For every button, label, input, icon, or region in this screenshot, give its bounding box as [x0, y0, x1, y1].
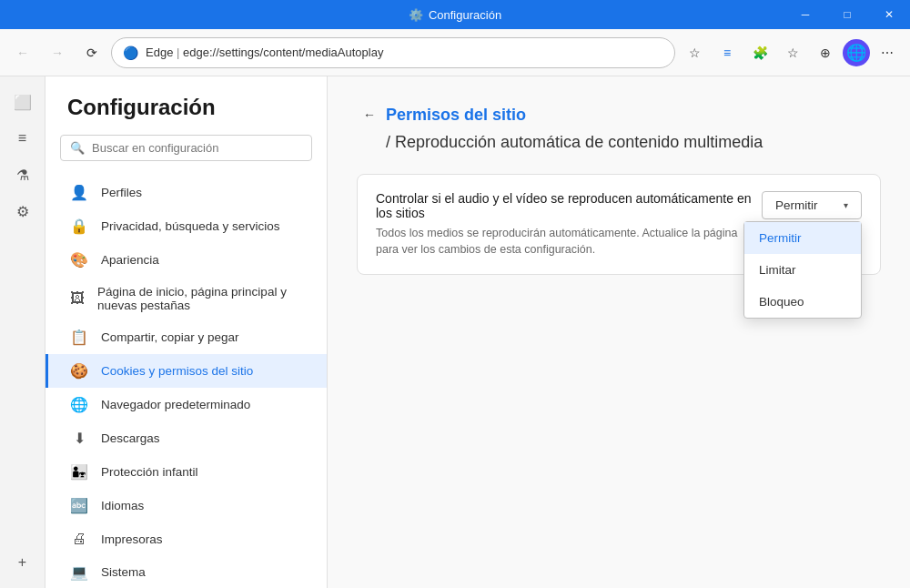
- search-box[interactable]: 🔍: [60, 135, 312, 161]
- settings-sidebar: Configuración 🔍 👤Perfiles🔒Privacidad, bú…: [46, 76, 328, 588]
- nav-icon-descargas: ⬇: [70, 430, 88, 447]
- titlebar-controls: ─ □ ✕: [784, 0, 910, 29]
- nav-label-privacidad: Privacidad, búsqueda y servicios: [101, 219, 280, 233]
- setting-card-text: Controlar si el audio y el vídeo se repr…: [376, 191, 762, 258]
- search-input[interactable]: [92, 141, 302, 155]
- refresh-button[interactable]: ⟳: [76, 37, 107, 68]
- breadcrumb: ← Permisos del sitio: [357, 102, 881, 127]
- dropdown-option-permitir[interactable]: Permitir: [744, 222, 861, 254]
- nav-label-pagina-inicio: Página de inicio, página principal y nue…: [97, 285, 305, 312]
- address-bar[interactable]: 🔵 Edge | edge://settings/content/mediaAu…: [111, 37, 675, 68]
- add-icon-button[interactable]: +: [6, 546, 39, 579]
- edge-logo-icon: 🔵: [123, 46, 138, 60]
- reading-mode-button[interactable]: ☆: [777, 37, 808, 68]
- sidebar-item-perfiles[interactable]: 👤Perfiles: [46, 176, 327, 209]
- nav-label-sistema: Sistema: [101, 565, 146, 579]
- nav-items-list: 👤Perfiles🔒Privacidad, búsqueda y servici…: [46, 176, 327, 588]
- search-icon: 🔍: [70, 141, 85, 155]
- page-title: / Reproducción automática de contenido m…: [386, 133, 881, 152]
- nav-icon-pagina-inicio: 🖼: [70, 290, 85, 307]
- navbar: ← → ⟳ 🔵 Edge | edge://settings/content/m…: [0, 29, 910, 76]
- sidebar-item-navegador[interactable]: 🌐Navegador predeterminado: [46, 388, 327, 421]
- sidebar-item-privacidad[interactable]: 🔒Privacidad, búsqueda y servicios: [46, 209, 327, 243]
- nav-label-perfiles: Perfiles: [101, 186, 142, 199]
- autoplay-dropdown-button[interactable]: Permitir ▾: [762, 191, 862, 219]
- dropdown-option-bloqueo[interactable]: Bloqueo: [744, 286, 861, 318]
- nav-icon-apariencia: 🎨: [70, 251, 88, 269]
- minimize-button[interactable]: ─: [784, 0, 826, 29]
- setting-card-title: Controlar si el audio y el vídeo se repr…: [376, 191, 762, 220]
- dropdown-selected-label: Permitir: [775, 198, 818, 212]
- nav-icon-compartir: 📋: [70, 329, 88, 346]
- favorites-button[interactable]: ☆: [679, 37, 710, 68]
- settings-title: Configuración: [46, 95, 327, 135]
- address-bar-text: Edge | edge://settings/content/mediaAuto…: [146, 46, 663, 59]
- nav-icon-idiomas: 🔤: [70, 497, 88, 514]
- main-layout: ⬜ ≡ ⚗ ⚙ + Configuración 🔍 👤Perfiles🔒Priv…: [0, 76, 910, 588]
- nav-icon-sistema: 💻: [70, 563, 88, 581]
- maximize-button[interactable]: □: [826, 0, 868, 29]
- nav-icon-perfiles: 👤: [70, 184, 88, 201]
- nav-label-compartir: Compartir, copiar y pegar: [101, 330, 239, 344]
- tabs-icon-button[interactable]: ⬜: [6, 86, 39, 118]
- dropdown-option-limitar[interactable]: Limitar: [744, 254, 861, 286]
- nav-right-buttons: ☆ ≡ 🧩 ☆ ⊕ 🌐 ⋯: [679, 37, 903, 68]
- sidebar-item-cookies[interactable]: 🍪Cookies y permisos del sitio: [46, 354, 327, 388]
- nav-label-impresoras: Impresoras: [101, 532, 163, 546]
- back-button[interactable]: ←: [7, 37, 38, 68]
- setting-card-desc: Todos los medios se reproducirán automát…: [376, 226, 762, 258]
- collections-button[interactable]: ≡: [712, 37, 743, 68]
- close-button[interactable]: ✕: [868, 0, 910, 29]
- nav-icon-privacidad: 🔒: [70, 218, 88, 235]
- sidebar-item-impresoras[interactable]: 🖨Impresoras: [46, 522, 327, 555]
- sidebar-item-apariencia[interactable]: 🎨Apariencia: [46, 243, 327, 277]
- nav-label-apariencia: Apariencia: [101, 253, 159, 267]
- nav-label-proteccion: Protección infantil: [101, 465, 198, 479]
- add-to-favorites-button[interactable]: ⊕: [810, 37, 841, 68]
- titlebar-title: ⚙️ Configuración: [409, 8, 501, 22]
- forward-button[interactable]: →: [42, 37, 73, 68]
- sidebar-icon-strip: ⬜ ≡ ⚗ ⚙ +: [0, 76, 46, 588]
- dropdown-arrow-icon: ▾: [844, 200, 848, 210]
- sidebar-item-compartir[interactable]: 📋Compartir, copiar y pegar: [46, 320, 327, 354]
- extensions-button[interactable]: 🧩: [744, 37, 775, 68]
- sidebar-item-sistema[interactable]: 💻Sistema: [46, 555, 327, 588]
- menu-button[interactable]: ⋯: [872, 37, 903, 68]
- nav-label-descargas: Descargas: [101, 431, 160, 445]
- titlebar: ⚙️ Configuración ─ □ ✕: [0, 0, 910, 29]
- sidebar-item-proteccion[interactable]: 👨‍👧Protección infantil: [46, 455, 327, 489]
- breadcrumb-back-button[interactable]: ←: [357, 102, 382, 127]
- sidebar-item-descargas[interactable]: ⬇Descargas: [46, 421, 327, 455]
- nav-icon-cookies: 🍪: [70, 362, 88, 380]
- breadcrumb-link[interactable]: Permisos del sitio: [386, 106, 526, 125]
- profile-avatar[interactable]: 🌐: [843, 39, 870, 66]
- nav-label-cookies: Cookies y permisos del sitio: [101, 364, 253, 378]
- collections-icon-button[interactable]: ≡: [6, 122, 39, 155]
- titlebar-icon: ⚙️: [409, 8, 423, 22]
- sidebar-item-idiomas[interactable]: 🔤Idiomas: [46, 489, 327, 522]
- autoplay-dropdown-wrapper: Permitir ▾ PermitirLimitarBloqueo: [762, 191, 862, 219]
- nav-icon-proteccion: 👨‍👧: [70, 463, 88, 481]
- nav-icon-impresoras: 🖨: [70, 531, 88, 547]
- content-area: ← Permisos del sitio / Reproducción auto…: [328, 76, 910, 588]
- nav-label-navegador: Navegador predeterminado: [101, 398, 250, 411]
- settings-icon-button[interactable]: ⚙: [6, 195, 39, 228]
- labs-icon-button[interactable]: ⚗: [6, 158, 39, 191]
- nav-icon-navegador: 🌐: [70, 396, 88, 413]
- nav-label-idiomas: Idiomas: [101, 499, 144, 512]
- setting-card: Controlar si el audio y el vídeo se repr…: [357, 174, 881, 275]
- autoplay-dropdown-menu: PermitirLimitarBloqueo: [743, 221, 862, 319]
- sidebar-item-pagina-inicio[interactable]: 🖼Página de inicio, página principal y nu…: [46, 277, 327, 320]
